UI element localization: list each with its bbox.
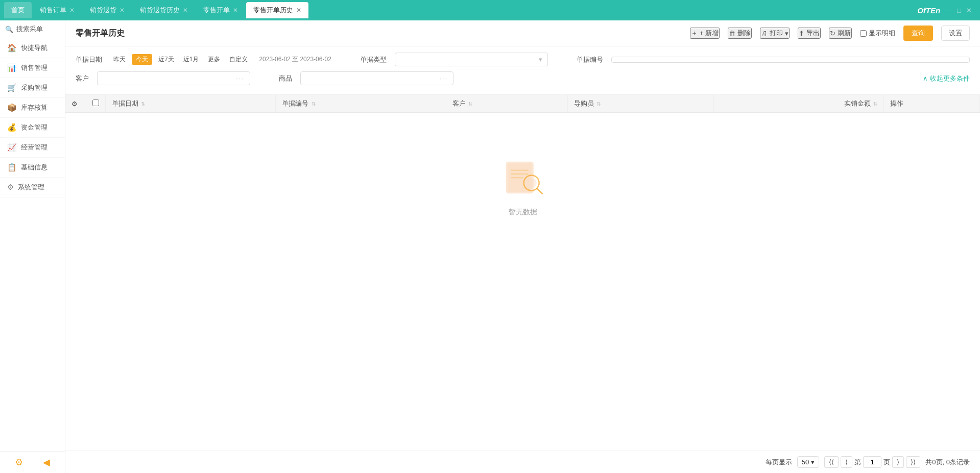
print-button[interactable]: 🖨 打印 ▾ [760, 28, 790, 39]
close-icon[interactable]: ✕ [296, 7, 301, 14]
th-gear[interactable]: ⚙ [65, 95, 86, 113]
tab-home[interactable]: 首页 [4, 2, 32, 18]
settings-button[interactable]: 设置 [941, 26, 970, 41]
page-number-input[interactable] [863, 456, 881, 468]
add-button[interactable]: ＋ + 新增 [690, 28, 720, 39]
chevron-up-icon: ∧ [923, 74, 928, 82]
shortcut-7days[interactable]: 近7天 [155, 54, 177, 65]
shortcut-more[interactable]: 更多 [205, 54, 223, 65]
tab-retail-open[interactable]: 零售开单 ✕ [196, 2, 245, 18]
sidebar-item-inventory[interactable]: 📦 库存核算 [0, 98, 65, 118]
collapse-button[interactable]: ∧ 收起更多条件 [923, 74, 970, 83]
th-checkbox[interactable] [86, 95, 105, 113]
filter-row-1: 单据日期 昨天 今天 近7天 近1月 更多 自定义 2023-06-02 至 2… [76, 53, 970, 66]
window-close-button[interactable]: ✕ [966, 7, 972, 14]
print-icon: 🖨 [761, 30, 768, 37]
customer-input[interactable]: ··· [97, 71, 250, 85]
svg-line-7 [537, 188, 542, 193]
close-icon[interactable]: ✕ [183, 7, 188, 14]
close-icon[interactable]: ✕ [119, 7, 125, 14]
chart-icon: 📊 [7, 63, 17, 72]
gear-icon: ⚙ [7, 183, 14, 192]
sort-icon: ⇅ [468, 101, 472, 107]
data-table: ⚙ 单据日期 ⇅ 单据编号 ⇅ [65, 95, 980, 113]
page-prefix-label: 第 [854, 458, 861, 467]
sort-icon: ⇅ [596, 101, 601, 107]
th-date[interactable]: 单据日期 ⇅ [105, 95, 276, 113]
shortcut-yesterday[interactable]: 昨天 [110, 54, 129, 65]
date-range-display: 2023-06-02 至 2023-06-02 [259, 55, 331, 64]
page-suffix-label: 页 [883, 458, 890, 467]
prev-page-button[interactable]: ⟨ [841, 456, 852, 468]
ellipsis-icon: ··· [439, 74, 448, 82]
sidebar-item-quick-nav[interactable]: 🏠 快捷导航 [0, 38, 65, 58]
doc-type-label: 单据类型 [360, 55, 387, 64]
sidebar-item-system-mgmt[interactable]: ⚙ 系统管理 [0, 178, 65, 197]
page-actions: ＋ + 新增 🗑 删除 🖨 打印 ▾ ⬆ 导出 ↻ [690, 26, 970, 41]
sidebar-item-basic-info[interactable]: 📋 基础信息 [0, 158, 65, 178]
date-filter-label: 单据日期 [76, 55, 102, 64]
delete-icon: 🗑 [729, 30, 735, 37]
tab-retail-open-history[interactable]: 零售开单历史 ✕ [246, 2, 308, 18]
close-icon[interactable]: ✕ [233, 7, 238, 14]
page-size-select[interactable]: 50 ▾ [797, 456, 819, 468]
refresh-icon: ↻ [830, 30, 835, 37]
last-page-button[interactable]: ⟩⟩ [906, 456, 920, 468]
sidebar-item-quick-nav-label: 快捷导航 [21, 43, 47, 53]
show-detail-checkbox[interactable]: 显示明细 [860, 29, 895, 38]
sidebar-item-finance[interactable]: 💰 资金管理 [0, 118, 65, 138]
sidebar-item-purchase-mgmt-label: 采购管理 [21, 83, 47, 92]
sidebar-item-sales-mgmt[interactable]: 📊 销售管理 [0, 58, 65, 78]
collapse-sidebar-icon[interactable]: ◀ [43, 457, 50, 468]
shortcut-1month[interactable]: 近1月 [180, 54, 202, 65]
th-doc-no[interactable]: 单据编号 ⇅ [276, 95, 446, 113]
operations-icon: 📈 [7, 143, 17, 152]
doc-no-label: 单据编号 [577, 55, 603, 64]
close-icon[interactable]: ✕ [69, 7, 75, 14]
brand-label: OfTEn [917, 6, 940, 15]
goods-input[interactable]: ··· [300, 71, 453, 85]
th-amount[interactable]: 实销金额 ⇅ [713, 95, 884, 113]
delete-button[interactable]: 🗑 删除 [728, 28, 752, 39]
th-customer[interactable]: 客户 ⇅ [446, 95, 567, 113]
maximize-button[interactable]: □ [957, 7, 961, 14]
page-title: 零售开单历史 [76, 28, 125, 39]
search-icon: 🔍 [5, 26, 13, 33]
sort-icon: ⇅ [141, 101, 145, 107]
shortcut-custom[interactable]: 自定义 [226, 54, 251, 65]
table-header-row: ⚙ 单据日期 ⇅ 单据编号 ⇅ [65, 95, 980, 113]
next-page-button[interactable]: ⟩ [892, 456, 904, 468]
tab-sales-return-history[interactable]: 销货退货历史 ✕ [133, 2, 195, 18]
sidebar-item-basic-info-label: 基础信息 [21, 163, 47, 172]
tab-sales-order-label: 销售订单 [40, 6, 66, 15]
doc-no-input[interactable] [611, 57, 970, 63]
export-icon: ⬆ [799, 30, 804, 37]
minimize-button[interactable]: — [945, 7, 952, 14]
main-layout: 🔍 搜索采单 🏠 快捷导航 📊 销售管理 🛒 采购管理 📦 库存核算 💰 资金管… [0, 20, 980, 473]
shortcut-today[interactable]: 今天 [132, 54, 152, 65]
select-all-checkbox[interactable] [92, 99, 99, 106]
add-icon: ＋ [691, 29, 698, 38]
settings-icon[interactable]: ⚙ [15, 457, 23, 468]
sidebar-search[interactable]: 🔍 搜索采单 [0, 20, 65, 38]
sidebar-item-system-mgmt-label: 系统管理 [18, 183, 44, 192]
sidebar-item-operations[interactable]: 📈 经营管理 [0, 138, 65, 158]
show-detail-text: 显示明细 [869, 29, 895, 38]
tab-sales-return[interactable]: 销货退货 ✕ [83, 2, 132, 18]
th-guide[interactable]: 导购员 ⇅ [567, 95, 713, 113]
show-detail-input[interactable] [860, 30, 867, 37]
first-page-button[interactable]: ⟨⟨ [824, 456, 839, 468]
query-button[interactable]: 查询 [903, 26, 933, 41]
tab-sales-order[interactable]: 销售订单 ✕ [33, 2, 82, 18]
export-button[interactable]: ⬆ 导出 [798, 28, 821, 39]
table-settings-icon[interactable]: ⚙ [71, 100, 78, 108]
chevron-down-icon: ▾ [785, 30, 788, 37]
goods-label: 商品 [279, 74, 292, 83]
sidebar: 🔍 搜索采单 🏠 快捷导航 📊 销售管理 🛒 采购管理 📦 库存核算 💰 资金管… [0, 20, 65, 473]
sidebar-item-purchase-mgmt[interactable]: 🛒 采购管理 [0, 78, 65, 98]
refresh-button[interactable]: ↻ 刷新 [829, 28, 852, 39]
top-tabbar: 首页 销售订单 ✕ 销货退货 ✕ 销货退货历史 ✕ 零售开单 ✕ 零售开单历史 … [0, 0, 980, 20]
info-icon: 📋 [7, 163, 17, 172]
doc-type-select[interactable]: ▾ [395, 53, 548, 66]
table-area: ⚙ 单据日期 ⇅ 单据编号 ⇅ [65, 95, 980, 451]
